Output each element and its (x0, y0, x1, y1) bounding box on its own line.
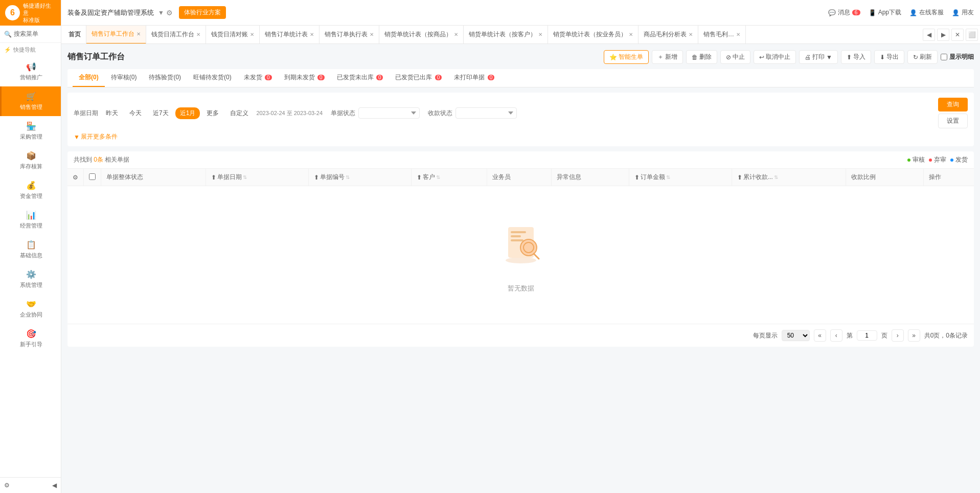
filter-status-select[interactable] (358, 107, 420, 119)
date-opt-today[interactable]: 今天 (125, 107, 146, 119)
tab-close-cash-daily[interactable]: ✕ (196, 32, 200, 37)
tab-maximize[interactable]: ⬜ (966, 29, 978, 41)
cancel-review-btn[interactable]: 弃审 (929, 155, 946, 164)
message-btn[interactable]: 💬 消息 6 (828, 8, 860, 17)
tab-close-sales-workbench[interactable]: ✕ (136, 31, 141, 37)
tab-cash-daily[interactable]: 钱货日清工作台 ✕ (146, 26, 206, 44)
online-service-btn[interactable]: 👤 在线客服 (909, 8, 944, 17)
tab-close-sales-summary-customer[interactable]: ✕ (538, 32, 542, 37)
sidebar-item-system[interactable]: ⚙️ 系统管理 (0, 264, 61, 294)
tab-sales-summary-customer[interactable]: 销货单统计表（按客户） ✕ (464, 26, 548, 44)
message-badge: 6 (852, 10, 860, 15)
col-collected-sort[interactable]: ⇅ (774, 174, 778, 180)
sidebar-item-guide[interactable]: 🎯 新手引导 (0, 324, 61, 353)
print-btn[interactable]: 🖨 打印 ▼ (799, 50, 838, 64)
sidebar-item-inventory[interactable]: 📦 库存核算 (0, 146, 61, 175)
new-btn[interactable]: ＋ 新增 (652, 50, 683, 64)
marketing-icon: 📢 (26, 62, 36, 72)
tab-sales-summary-product[interactable]: 销货单统计表（按商品） ✕ (379, 26, 464, 44)
sub-tab-pending-inspect[interactable]: 待拣验货(0) (143, 69, 187, 87)
approve-btn[interactable]: 审核 (907, 155, 925, 164)
cancel-stop-btn[interactable]: ↩ 取消中止 (754, 50, 796, 64)
tab-close-sales-stat[interactable]: ✕ (310, 32, 314, 37)
sub-tab-shipped-not-out[interactable]: 已发货未出库 0 (331, 69, 390, 87)
col-date-sort[interactable]: ⇅ (243, 174, 247, 180)
filter-payment-select[interactable] (455, 107, 517, 119)
settings-icon[interactable]: ⚙ (4, 482, 10, 489)
date-opt-7days[interactable]: 近7天 (148, 107, 173, 119)
tab-close-cash-reconcile[interactable]: ✕ (250, 32, 254, 37)
tab-sales-workbench[interactable]: 销售订单工作台 ✕ (86, 26, 146, 44)
expand-more-btn[interactable]: ▼ 展开更多条件 (74, 132, 968, 141)
sub-tab-shipped-out[interactable]: 已发货已出库 0 (389, 69, 448, 87)
sidebar-item-sales[interactable]: 🛒 销售管理 (0, 86, 61, 116)
tab-close-sales-summary-product[interactable]: ✕ (454, 32, 458, 37)
stop-btn[interactable]: ⊘ 中止 (720, 50, 750, 64)
basic-icon: 📋 (26, 240, 36, 250)
search-menu[interactable]: 🔍 搜索菜单 (0, 26, 61, 43)
date-opt-more[interactable]: 更多 (202, 107, 223, 119)
tab-goods-margin[interactable]: 商品毛利分析表 ✕ (639, 26, 698, 44)
prev-page-btn[interactable]: ‹ (830, 329, 842, 342)
svg-rect-4 (511, 239, 523, 241)
tab-cash-reconcile[interactable]: 钱货日清对账 ✕ (206, 26, 260, 44)
next-page-btn[interactable]: › (892, 329, 904, 342)
refresh-btn[interactable]: ↻ 刷新 (907, 50, 938, 64)
show-detail-input[interactable] (941, 54, 947, 60)
tab-home[interactable]: 首页 (63, 26, 86, 44)
settings-btn[interactable]: 设置 (938, 114, 968, 128)
select-all-checkbox[interactable] (89, 173, 96, 180)
sidebar-item-operations[interactable]: 📊 经营管理 (0, 205, 61, 235)
export-btn[interactable]: ⬇ 导出 (874, 50, 904, 64)
table-scroll[interactable]: ⚙ 单据整体状态 ⬆ (67, 169, 974, 324)
sub-tab-overdue[interactable]: 到期未发货 0 (278, 69, 331, 87)
sub-tab-wangpu-ship[interactable]: 旺铺待发货(0) (187, 69, 238, 87)
tab-sales-stat[interactable]: 销售订单统计表 ✕ (260, 26, 320, 44)
per-page-select[interactable]: 10 20 50 100 (782, 330, 810, 341)
col-customer-sort[interactable]: ⇅ (436, 174, 440, 180)
sub-tab-not-shipped[interactable]: 未发货 0 (238, 69, 278, 87)
settings-gear-icon[interactable]: ⚙ (166, 9, 173, 17)
operations-icon: 📊 (26, 210, 36, 220)
sub-tab-not-printed[interactable]: 未打印单据 0 (448, 69, 500, 87)
dropdown-icon[interactable]: ▼ (158, 9, 164, 16)
app-download-btn[interactable]: 📱 App下载 (869, 8, 901, 17)
sidebar-item-basic[interactable]: 📋 基础信息 (0, 235, 61, 264)
show-detail-checkbox[interactable]: 显示明细 (941, 53, 974, 61)
tab-scroll-right[interactable]: ▶ (937, 29, 949, 41)
tab-close-sales-summary-staff[interactable]: ✕ (629, 32, 633, 37)
tab-close-sales-exec[interactable]: ✕ (370, 32, 374, 37)
date-opt-yesterday[interactable]: 昨天 (101, 107, 123, 119)
delete-btn[interactable]: 🗑 删除 (686, 50, 717, 64)
purchase-icon: 🏪 (26, 121, 36, 131)
import-btn[interactable]: ⬆ 导入 (841, 50, 871, 64)
tab-close-current[interactable]: ✕ (951, 29, 964, 41)
sidebar-item-enterprise[interactable]: 🤝 企业协同 (0, 294, 61, 324)
collapse-icon[interactable]: ◀ (52, 482, 57, 489)
tab-scroll-left[interactable]: ◀ (923, 29, 935, 41)
tab-close-sales-more[interactable]: ✕ (736, 32, 740, 37)
send-dot (950, 159, 953, 162)
tab-sales-exec[interactable]: 销售订单执行表 ✕ (320, 26, 379, 44)
sidebar-item-marketing[interactable]: 📢 营销推广 (0, 57, 61, 86)
industry-btn[interactable]: 体验行业方案 (179, 6, 226, 19)
col-amount-sort[interactable]: ⇅ (666, 174, 670, 180)
tab-close-goods-margin[interactable]: ✕ (689, 32, 693, 37)
tab-sales-more[interactable]: 销售毛利… ✕ (698, 26, 746, 44)
date-opt-1month[interactable]: 近1月 (175, 107, 200, 119)
date-opt-custom[interactable]: 自定义 (225, 107, 253, 119)
sub-tab-all[interactable]: 全部(0) (73, 69, 105, 87)
tab-sales-summary-staff[interactable]: 销货单统计表（按业务员） ✕ (548, 26, 639, 44)
last-page-btn[interactable]: » (908, 329, 920, 342)
col-number-sort[interactable]: ⇅ (346, 174, 350, 180)
first-page-btn[interactable]: « (814, 329, 826, 342)
user-menu[interactable]: 👤 用友 (952, 8, 974, 17)
smart-create-btn[interactable]: ⭐ 智能生单 (604, 50, 649, 64)
sub-tab-pending-review[interactable]: 待审核(0) (105, 69, 143, 87)
sidebar-item-finance[interactable]: 💰 资金管理 (0, 175, 61, 205)
sidebar-item-purchase[interactable]: 🏪 采购管理 (0, 116, 61, 146)
col-settings[interactable]: ⚙ (67, 169, 84, 186)
page-input[interactable] (857, 330, 877, 341)
send-goods-btn[interactable]: 发货 (950, 155, 968, 164)
query-btn[interactable]: 查询 (938, 98, 968, 111)
